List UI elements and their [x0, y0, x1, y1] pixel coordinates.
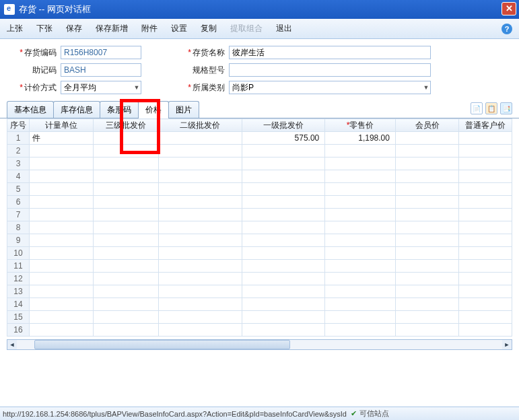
col-p1[interactable]: 一级批发价: [242, 119, 325, 132]
cell-p2[interactable]: [159, 285, 242, 298]
cell-p3[interactable]: [94, 196, 159, 209]
table-row[interactable]: 11: [7, 260, 512, 273]
cell-p2[interactable]: [159, 209, 242, 221]
cell-unit[interactable]: [30, 183, 94, 196]
close-button[interactable]: ✕: [501, 2, 516, 15]
cell-retail[interactable]: [325, 221, 396, 234]
cell-unit[interactable]: 件: [30, 132, 94, 145]
cell-normal[interactable]: [459, 158, 512, 170]
price-grid[interactable]: 序号 计量单位 三级批发价 二级批发价 一级批发价 *零售价 会员价 普通客户价…: [7, 118, 512, 337]
cell-member[interactable]: [395, 221, 458, 234]
cell-member[interactable]: [395, 273, 458, 285]
cell-p1[interactable]: [242, 196, 325, 209]
table-row[interactable]: 3: [7, 158, 512, 170]
cell-retail[interactable]: [325, 247, 396, 260]
cell-p2[interactable]: [159, 221, 242, 234]
cell-unit[interactable]: [30, 145, 94, 158]
cell-member[interactable]: [395, 209, 458, 221]
col-p2[interactable]: 二级批发价: [159, 119, 242, 132]
table-row[interactable]: 5: [7, 183, 512, 196]
table-row[interactable]: 14: [7, 298, 512, 311]
cell-p3[interactable]: [94, 234, 159, 247]
cell-unit[interactable]: [30, 221, 94, 234]
table-row[interactable]: 12: [7, 273, 512, 285]
cell-member[interactable]: [395, 260, 458, 273]
cell-unit[interactable]: [30, 324, 94, 337]
cell-p3[interactable]: [94, 298, 159, 311]
cell-normal[interactable]: [459, 183, 512, 196]
cell-unit[interactable]: [30, 285, 94, 298]
cell-p2[interactable]: [159, 311, 242, 324]
cell-p3[interactable]: [94, 260, 159, 273]
cell-retail[interactable]: [325, 170, 396, 183]
cell-normal[interactable]: [459, 209, 512, 221]
cell-retail[interactable]: [325, 209, 396, 221]
cell-p1[interactable]: [242, 247, 325, 260]
cell-p3[interactable]: [94, 221, 159, 234]
cell-retail[interactable]: [325, 298, 396, 311]
cell-p2[interactable]: [159, 324, 242, 337]
cell-p2[interactable]: [159, 247, 242, 260]
cell-normal[interactable]: [459, 273, 512, 285]
menu-exit[interactable]: 退出: [269, 19, 299, 38]
cell-member[interactable]: [395, 311, 458, 324]
cell-p2[interactable]: [159, 196, 242, 209]
cell-retail[interactable]: [325, 311, 396, 324]
method-combo[interactable]: 全月平均▼: [61, 81, 141, 94]
cell-normal[interactable]: [459, 196, 512, 209]
cell-unit[interactable]: [30, 158, 94, 170]
col-unit[interactable]: 计量单位: [30, 119, 94, 132]
cell-normal[interactable]: [459, 221, 512, 234]
cell-retail[interactable]: [325, 145, 396, 158]
cell-retail[interactable]: [325, 234, 396, 247]
cell-unit[interactable]: [30, 247, 94, 260]
cell-p2[interactable]: [159, 170, 242, 183]
cell-member[interactable]: [395, 132, 458, 145]
cell-p2[interactable]: [159, 183, 242, 196]
menu-save-new[interactable]: 保存新增: [89, 19, 135, 38]
cell-p3[interactable]: [94, 145, 159, 158]
table-row[interactable]: 1件575.001,198.00: [7, 132, 512, 145]
cell-p3[interactable]: [94, 132, 159, 145]
code-input[interactable]: [61, 46, 141, 59]
cell-unit[interactable]: [30, 196, 94, 209]
table-row[interactable]: 13: [7, 285, 512, 298]
cell-member[interactable]: [395, 183, 458, 196]
cell-normal[interactable]: [459, 247, 512, 260]
mnemonic-input[interactable]: [61, 63, 141, 77]
tab-price[interactable]: 价格: [138, 101, 169, 118]
cell-retail[interactable]: [325, 183, 396, 196]
tab-image[interactable]: 图片: [168, 101, 199, 118]
menu-settings[interactable]: 设置: [164, 19, 194, 38]
cell-normal[interactable]: [459, 298, 512, 311]
cell-p2[interactable]: [159, 234, 242, 247]
cell-p1[interactable]: [242, 273, 325, 285]
cell-member[interactable]: [395, 298, 458, 311]
cell-p3[interactable]: [94, 183, 159, 196]
tool-icon-1[interactable]: 📄: [471, 102, 483, 114]
cell-p2[interactable]: [159, 260, 242, 273]
cell-p3[interactable]: [94, 311, 159, 324]
cell-member[interactable]: [395, 247, 458, 260]
cell-unit[interactable]: [30, 209, 94, 221]
cell-normal[interactable]: [459, 170, 512, 183]
cell-retail[interactable]: [325, 158, 396, 170]
cell-p3[interactable]: [94, 273, 159, 285]
cell-retail[interactable]: 1,198.00: [325, 132, 396, 145]
cell-unit[interactable]: [30, 311, 94, 324]
tool-icon-3[interactable]: 📑: [500, 102, 512, 114]
cell-normal[interactable]: [459, 145, 512, 158]
table-row[interactable]: 4: [7, 170, 512, 183]
cell-member[interactable]: [395, 324, 458, 337]
cell-p2[interactable]: [159, 158, 242, 170]
cell-normal[interactable]: [459, 285, 512, 298]
cell-p1[interactable]: 575.00: [242, 132, 325, 145]
cell-p1[interactable]: [242, 311, 325, 324]
cell-p1[interactable]: [242, 158, 325, 170]
menu-copy[interactable]: 复制: [194, 19, 223, 38]
col-p3[interactable]: 三级批发价: [94, 119, 159, 132]
table-row[interactable]: 16: [7, 324, 512, 337]
cell-member[interactable]: [395, 196, 458, 209]
cell-unit[interactable]: [30, 298, 94, 311]
tab-basic[interactable]: 基本信息: [7, 101, 54, 118]
